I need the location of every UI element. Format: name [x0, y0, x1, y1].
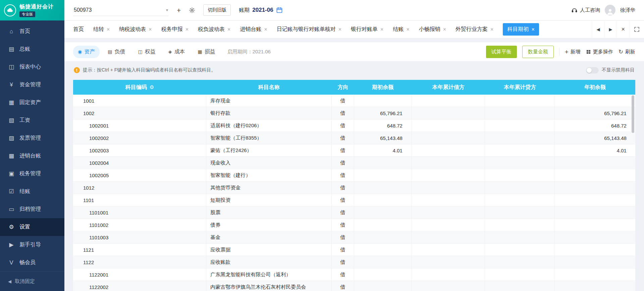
table-row[interactable]: 1002005 智家智能（建行） 借: [73, 169, 635, 182]
cattab-liabilities[interactable]: ▤ 负债: [103, 46, 130, 58]
column-settings-gear-icon[interactable]: ⚙: [150, 84, 154, 90]
close-icon[interactable]: ×: [531, 27, 534, 32]
sidebar-item-fixed-assets[interactable]: ▦ 固定资产: [0, 94, 64, 111]
close-icon[interactable]: ×: [490, 27, 493, 32]
table-row[interactable]: 1002002 智家智能（工行8355） 借 65,143.48 65,143.…: [73, 132, 635, 144]
close-icon[interactable]: ×: [107, 27, 110, 32]
app-window: 畅捷通好会计 专业版 ⌂ 首页 ▤ 总账 ◫ 报表中心: [0, 0, 644, 291]
cell-ytd-debit: [412, 169, 485, 181]
human-consult-link[interactable]: 人工咨询: [571, 7, 600, 13]
tab-scroll-right-icon[interactable]: ▶: [604, 21, 616, 38]
tab-label: 银行对账单: [351, 26, 378, 33]
sidebar-item-payroll[interactable]: ▧ 工资: [0, 111, 64, 129]
tab-tax-fluctuation[interactable]: 纳税波动表 ×: [119, 26, 152, 33]
sidebar-item-settings[interactable]: ⚙ 设置: [0, 218, 64, 236]
fullscreen-icon[interactable]: [629, 21, 644, 38]
tab-subject-opening[interactable]: 科目期初 ×: [503, 23, 539, 36]
add-icon[interactable]: +: [177, 7, 181, 14]
avatar[interactable]: [605, 5, 615, 15]
column-header-opening-balance: 期初余额: [354, 80, 412, 95]
close-icon[interactable]: ×: [338, 27, 341, 32]
cell-ytd-credit: [485, 157, 555, 169]
close-icon[interactable]: ×: [443, 27, 446, 32]
unpin-icon: ◀: [8, 279, 11, 284]
switch-old-version-button[interactable]: 切到旧版: [203, 4, 231, 16]
sidebar-item-closing[interactable]: ☑ 结账: [0, 183, 64, 200]
table-row[interactable]: 1002 银行存款 借 65,796.21 65,796.21: [73, 107, 635, 119]
table-row[interactable]: 1002001 适居科技（建行0206） 借 648.72 648.72: [73, 119, 635, 132]
table-row[interactable]: 1101003 基金 借: [73, 231, 635, 244]
sidebar-item-fund-management[interactable]: ¥ 资金管理: [0, 76, 64, 94]
table-row[interactable]: 1002003 蒙佑（工行2426） 借 4.01 4.01: [73, 144, 635, 157]
tab-foreign-trade-solution[interactable]: 外贸行业方案 ×: [455, 26, 493, 33]
table-row[interactable]: 1101 短期投资 借: [73, 194, 635, 206]
table-row[interactable]: 1101001 股票 借: [73, 206, 635, 219]
cell-ytd-debit: [412, 244, 485, 256]
close-all-tabs-icon[interactable]: ×: [616, 21, 629, 38]
account-set-selector[interactable]: 500973 ▾: [73, 4, 169, 16]
sidebar-item-tax-management[interactable]: ▣ 税务管理: [0, 165, 64, 183]
scrollbar-thumb[interactable]: [632, 95, 634, 133]
tab-scroll-left-icon[interactable]: ◀: [592, 21, 604, 38]
tab-home[interactable]: 首页 ×: [73, 26, 84, 33]
sidebar-item-general-ledger[interactable]: ▤ 总账: [0, 40, 64, 58]
tab-purchase-sales-ledger[interactable]: 进销台账 ×: [240, 26, 267, 33]
table-row[interactable]: 1001 库存现金 借: [73, 95, 635, 107]
tab-tax-filing[interactable]: 税务申报 ×: [161, 26, 189, 33]
period-value[interactable]: 2021-06: [252, 7, 273, 13]
cattab-assets[interactable]: ◉ 资产: [73, 46, 100, 58]
close-icon[interactable]: ×: [406, 27, 409, 32]
cell-direction: 借: [332, 132, 354, 144]
cell-opening-balance: [354, 244, 412, 256]
user-name[interactable]: 徐泽华: [620, 7, 635, 13]
sidebar-item-home[interactable]: ⌂ 首页: [0, 22, 64, 40]
close-icon[interactable]: ×: [264, 27, 267, 32]
cell-subject-name: 智家智能（工行8355）: [206, 132, 332, 144]
cattab-profit-loss[interactable]: ▦ 损益: [193, 46, 220, 58]
calendar-icon[interactable]: [276, 7, 283, 13]
table-row[interactable]: 1121 应收票据 借: [73, 244, 635, 256]
table-row[interactable]: 1101002 债券 借: [73, 219, 635, 231]
sidebar-item-archive-management[interactable]: ▭ 归档管理: [0, 200, 64, 218]
more-actions-button[interactable]: 更多操作: [586, 49, 613, 55]
close-icon[interactable]: ×: [185, 27, 189, 32]
cattab-equity[interactable]: ◫ 权益: [133, 46, 160, 58]
tab-tax-burden-fluctuation[interactable]: 税负波动表 ×: [198, 26, 230, 33]
table-row[interactable]: 1002004 现金收入 借: [73, 157, 635, 169]
close-icon[interactable]: ×: [227, 27, 230, 32]
refresh-button[interactable]: ↻ 刷新: [619, 49, 635, 55]
unpin-sidebar-button[interactable]: ◀ 取消固定: [0, 272, 64, 291]
tab-bank-statement[interactable]: 银行对账单 ×: [351, 26, 383, 33]
quantity-amount-button[interactable]: 数量金额: [522, 46, 554, 58]
member-icon: V: [8, 259, 15, 266]
table-row[interactable]: 1122002 内蒙古鄂市伊旗乌兰木伦石灰村村民委员会 借: [73, 281, 635, 291]
tab-carry-forward[interactable]: 结转 ×: [93, 26, 110, 33]
close-icon[interactable]: ×: [149, 27, 152, 32]
table-row[interactable]: 1012 其他货币资金 借: [73, 182, 635, 194]
cell-year-begin-balance: [555, 244, 635, 256]
tab-closing[interactable]: 结账 ×: [393, 26, 409, 33]
sidebar-item-member[interactable]: V 畅会员: [0, 254, 64, 272]
close-icon[interactable]: ×: [380, 27, 383, 32]
trial-balance-button[interactable]: 试算平衡: [486, 46, 517, 58]
invoice-management-icon: ▨: [8, 135, 15, 142]
sidebar-item-purchase-sales-ledger[interactable]: ▩ 进销台账: [0, 147, 64, 165]
table-body: 1001 库存现金 借 1002 银行存款 借: [73, 95, 635, 291]
accounting-period: 账期 2021-06: [239, 7, 282, 14]
sidebar-item-invoice-management[interactable]: ▨ 发票管理: [0, 129, 64, 147]
cell-ytd-debit: [412, 182, 485, 194]
cell-subject-code: 1001: [73, 95, 206, 107]
settings-gear-icon[interactable]: [189, 7, 195, 13]
table-row[interactable]: 1122 应收账款 借: [73, 256, 635, 269]
sidebar-item-beginner-guide[interactable]: ▶ 新手引导: [0, 236, 64, 254]
cell-ytd-credit: [485, 144, 555, 156]
cell-ytd-credit: [485, 169, 555, 181]
tab-xiaochang-reimburse[interactable]: 小畅报销 ×: [419, 26, 446, 33]
tab-journal-bank-reconciliation[interactable]: 日记账与银行对账单核对 ×: [277, 26, 341, 33]
hide-disabled-subjects-toggle[interactable]: [586, 67, 599, 74]
add-subject-button[interactable]: + 新增: [565, 49, 581, 55]
cell-subject-name: 银行存款: [206, 107, 332, 119]
table-row[interactable]: 1122001 广东黑龙智能科技有限公司（返利） 借: [73, 269, 635, 281]
cattab-cost[interactable]: ◈ 成本: [164, 46, 190, 58]
sidebar-item-report-center[interactable]: ◫ 报表中心: [0, 58, 64, 76]
